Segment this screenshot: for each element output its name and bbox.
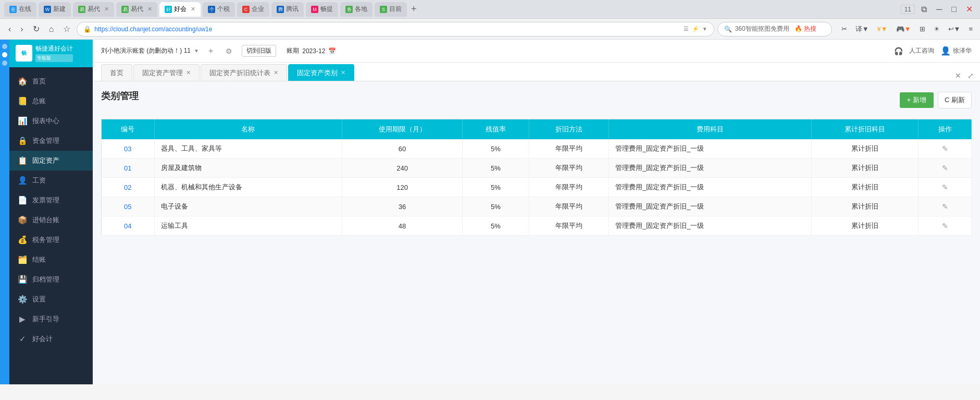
content-area: 类别管理 + 新增 C 刷新 编号 名称 使用期限（月） 残值率 折旧方法 费用… — [93, 81, 980, 384]
payroll-icon: 👤 — [18, 176, 27, 185]
address-box[interactable]: 🔒 https://cloud.chanjet.com/accounting/u… — [77, 22, 714, 37]
period-info: 账期 2023-12 📅 — [287, 46, 336, 55]
forward-button[interactable]: › — [17, 22, 26, 36]
currency-icon[interactable]: ¥▼ — [875, 24, 890, 34]
closing-icon: 🗂️ — [18, 255, 27, 264]
undo-icon[interactable]: ↩▼ — [946, 24, 963, 34]
cell-accum: 累计折旧 — [812, 216, 919, 236]
consult-label[interactable]: 人工咨询 — [909, 46, 934, 55]
sidebar-label-invoice: 发票管理 — [32, 196, 59, 205]
strip-dot-2 — [2, 52, 7, 57]
browser-tab-9[interactable]: 各 各地 — [340, 2, 373, 17]
page-tab-category[interactable]: 固定资产类别 ✕ — [288, 64, 354, 81]
browser-tab-1[interactable]: W 新建 — [39, 2, 71, 17]
page-tab-close-fixed-assets-mgmt[interactable]: ✕ — [186, 69, 191, 76]
cell-rate: 5% — [463, 178, 529, 197]
menu-icon[interactable]: ≡ — [966, 24, 975, 34]
gear-button[interactable]: ⚙ — [222, 45, 235, 57]
cell-action[interactable]: ✎ — [919, 216, 972, 236]
game-icon[interactable]: 🎮▼ — [894, 24, 913, 34]
browser-tab-5[interactable]: 个 个税 — [203, 2, 235, 17]
window-minimize-btn[interactable]: ─ — [933, 3, 945, 16]
tab-close-3[interactable]: ✕ — [147, 6, 152, 13]
sidebar-label-fixed-assets: 固定资产 — [32, 156, 59, 165]
sidebar-item-settings[interactable]: ⚙️ 设置 — [9, 289, 93, 309]
edit-icon[interactable]: ✎ — [942, 183, 948, 191]
sidebar-item-archive[interactable]: 💾 归档管理 — [9, 270, 93, 289]
cell-rate: 5% — [463, 139, 529, 159]
cell-code: 02 — [102, 178, 155, 197]
browser-tab-10[interactable]: S 目前 — [375, 2, 407, 17]
window-restore-btn[interactable]: ⧉ — [918, 3, 930, 16]
new-tab-button[interactable]: + — [409, 4, 419, 15]
invoice-icon: 📄 — [18, 196, 27, 205]
sidebar-item-ledger[interactable]: 📒 总账 — [9, 91, 93, 111]
sidebar-item-invoice[interactable]: 📄 发票管理 — [9, 190, 93, 210]
edit-icon[interactable]: ✎ — [942, 202, 948, 211]
strip-dot-3 — [2, 60, 7, 66]
tab-win-expand-btn[interactable]: ⤢ — [965, 70, 976, 81]
sidebar-item-inventory[interactable]: 📦 进销台账 — [9, 210, 93, 230]
reload-button[interactable]: ↻ — [30, 22, 43, 36]
user-avatar[interactable]: 👤 徐泽华 — [940, 46, 972, 56]
tab-close-4[interactable]: ✕ — [191, 6, 195, 13]
cell-action[interactable]: ✎ — [919, 139, 972, 159]
home-button[interactable]: ⌂ — [46, 22, 57, 36]
cell-expense: 管理费用_固定资产折旧_一级 — [609, 216, 811, 236]
sidebar-label-home: 首页 — [32, 77, 46, 86]
cell-action[interactable]: ✎ — [919, 159, 972, 178]
table-body: 03 器具、工具、家具等 60 5% 年限平均 管理费用_固定资产折旧_一级 累… — [102, 139, 972, 236]
sidebar-label-tax: 税务管理 — [32, 235, 59, 245]
dropdown-icon: ▼ — [702, 26, 708, 32]
sidebar-item-reports[interactable]: 📊 报表中心 — [9, 111, 93, 131]
sidebar-item-funds[interactable]: 🔒 资金管理 — [9, 131, 93, 151]
sidebar-item-payroll[interactable]: 👤 工资 — [9, 171, 93, 190]
browser-tab-8[interactable]: M 畅提 — [306, 2, 338, 17]
browser-tab-6[interactable]: C 企业 — [237, 2, 269, 17]
edit-icon[interactable]: ✎ — [942, 164, 948, 172]
refresh-button[interactable]: C 刷新 — [938, 92, 972, 108]
logo-icon: 畅 — [16, 45, 32, 62]
cell-action[interactable]: ✎ — [919, 178, 972, 197]
browser-tab-2[interactable]: 易 易代 ✕ — [73, 2, 114, 17]
apps-icon[interactable]: ⊞ — [917, 24, 927, 34]
page-tab-home[interactable]: 首页 — [101, 64, 132, 81]
page-tab-depreciation[interactable]: 固定资产折旧统计表 ✕ — [201, 64, 287, 81]
edit-icon[interactable]: ✎ — [942, 144, 948, 153]
sidebar-item-more[interactable]: ✓ 好会计 — [9, 329, 93, 349]
tab-count-badge: 11 — [901, 5, 915, 14]
add-button[interactable]: + 新增 — [900, 92, 934, 108]
search-box[interactable]: 🔍 360智能抠图免费用 🔥 热搜 — [717, 22, 832, 37]
browser-tab-3[interactable]: 易 易代 ✕ — [116, 2, 157, 17]
cell-period: 48 — [342, 216, 463, 236]
edit-icon[interactable]: ✎ — [942, 222, 948, 230]
sidebar-item-closing[interactable]: 🗂️ 结账 — [9, 250, 93, 270]
sidebar-item-tax[interactable]: 💰 税务管理 — [9, 230, 93, 250]
brightness-icon[interactable]: ☀ — [932, 24, 942, 34]
scissors-icon[interactable]: ✂ — [839, 24, 849, 34]
calendar-icon[interactable]: 📅 — [328, 47, 336, 55]
tab-win-close-btn[interactable]: ✕ — [953, 70, 963, 81]
window-close-btn[interactable]: ✕ — [963, 2, 976, 16]
browser-tab-7[interactable]: 腾 腾讯 — [271, 2, 304, 17]
cell-name: 电子设备 — [154, 197, 342, 216]
back-button[interactable]: ‹ — [5, 22, 14, 36]
add-account-button[interactable]: + — [205, 44, 216, 58]
tab-close-2[interactable]: ✕ — [104, 6, 109, 13]
browser-tab-4[interactable]: 好 好会 ✕ — [159, 2, 201, 17]
cell-expense: 管理费用_固定资产折旧_一级 — [609, 178, 811, 197]
bookmark-button[interactable]: ☆ — [60, 22, 73, 36]
sidebar-item-fixed-assets[interactable]: 📋 固定资产 — [9, 151, 93, 171]
browser-tab-0[interactable]: 在 在线 — [4, 2, 36, 17]
translate-icon[interactable]: 译▼ — [853, 23, 871, 35]
page-tab-close-category[interactable]: ✕ — [341, 69, 345, 76]
settings-icon: ⚙️ — [18, 295, 27, 304]
sidebar-item-home[interactable]: 🏠 首页 — [9, 71, 93, 91]
address-bar-row: ‹ › ↻ ⌂ ☆ 🔒 https://cloud.chanjet.com/ac… — [0, 19, 980, 40]
page-tab-fixed-assets-mgmt[interactable]: 固定资产管理 ✕ — [133, 64, 200, 81]
sidebar-item-guide[interactable]: ▶ 新手引导 — [9, 309, 93, 329]
cell-action[interactable]: ✎ — [919, 197, 972, 216]
page-tab-close-depreciation[interactable]: ✕ — [274, 69, 278, 76]
switch-version-button[interactable]: 切到旧版 — [242, 45, 276, 57]
window-maximize-btn[interactable]: □ — [948, 3, 960, 16]
